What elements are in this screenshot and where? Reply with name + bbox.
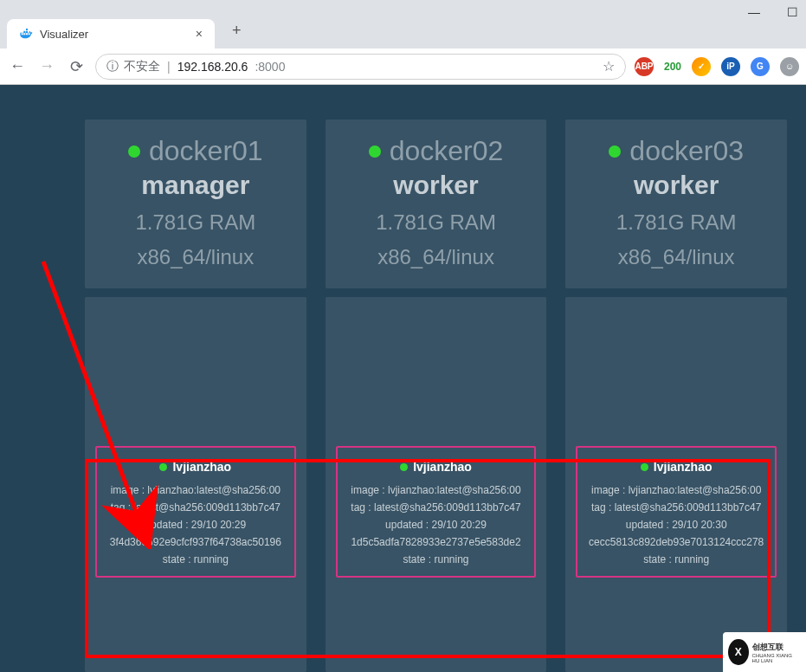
new-tab-button[interactable]: +: [225, 18, 248, 43]
task-area: lvjianzhao image : lvjianzhao:latest@sha…: [326, 297, 547, 672]
status-dot-icon: [128, 145, 140, 158]
task-tag: tag : latest@sha256:009d113bb7c47: [584, 501, 768, 514]
node-ram: 1.781G RAM: [569, 210, 783, 235]
node-role: worker: [329, 171, 544, 200]
visualizer-viewport: docker01 manager 1.781G RAM x86_64/linux…: [0, 85, 806, 672]
task-card[interactable]: lvjianzhao image : lvjianzhao:latest@sha…: [576, 446, 777, 578]
task-name-text: lvjianzhao: [654, 460, 713, 474]
node-column-docker03: docker03 worker 1.781G RAM x86_64/linux …: [565, 120, 787, 672]
task-name: lvjianzhao: [641, 460, 713, 474]
task-card[interactable]: lvjianzhao image : lvjianzhao:latest@sha…: [95, 446, 296, 578]
status-dot-icon: [609, 145, 621, 158]
ip-extension-icon[interactable]: iP: [721, 57, 740, 76]
node-column-docker02: docker02 worker 1.781G RAM x86_64/linux …: [326, 120, 547, 672]
extension-icons: ABP 200 ✓ iP G ☺: [635, 57, 799, 76]
task-state: state : running: [104, 553, 287, 565]
task-tag: tag : latest@sha256:009d113bb7c47: [345, 501, 528, 514]
node-name: docker01: [128, 135, 263, 167]
bookmark-star-icon[interactable]: ☆: [603, 58, 615, 74]
reload-button[interactable]: ⟳: [66, 57, 87, 76]
task-name-text: lvjianzhao: [172, 460, 231, 474]
node-role: worker: [569, 171, 783, 200]
task-area: lvjianzhao image : lvjianzhao:latest@sha…: [85, 297, 306, 672]
task-updated: updated : 29/10 20:29: [345, 519, 528, 531]
watermark-line2: CHUANG XIANG HU LIAN: [752, 653, 801, 663]
watermark-line1: 创想互联: [752, 642, 801, 653]
window-minimize-button[interactable]: —: [747, 5, 761, 19]
browser-titlebar: Visualizer × + — ☐: [0, 0, 806, 48]
node-arch: x86_64/linux: [329, 245, 544, 269]
task-status-dot-icon: [159, 463, 167, 471]
address-port: :8000: [255, 60, 285, 74]
task-id: 1d5c5adfa7828933e2737e5e583de2: [345, 536, 528, 548]
watermark-text: 创想互联 CHUANG XIANG HU LIAN: [752, 642, 801, 663]
node-header: docker01 manager 1.781G RAM x86_64/linux: [85, 120, 306, 288]
task-name: lvjianzhao: [400, 460, 472, 474]
node-name: docker03: [609, 135, 744, 167]
task-image: image : lvjianzhao:latest@sha256:00: [345, 484, 528, 496]
task-area: lvjianzhao image : lvjianzhao:latest@sha…: [565, 297, 787, 672]
node-column-docker01: docker01 manager 1.781G RAM x86_64/linux…: [85, 120, 306, 672]
watermark-logo-icon: X: [728, 639, 749, 665]
cluster-nodes: docker01 manager 1.781G RAM x86_64/linux…: [0, 120, 806, 672]
node-ram: 1.781G RAM: [88, 210, 303, 235]
task-status-dot-icon: [641, 463, 648, 471]
node-header: docker02 worker 1.781G RAM x86_64/linux: [326, 120, 547, 288]
address-separator: |: [167, 60, 171, 74]
docker-favicon-icon: [19, 27, 33, 41]
avast-extension-icon[interactable]: ✓: [692, 57, 711, 76]
window-controls: — ☐: [747, 5, 799, 19]
task-name-text: lvjianzhao: [413, 460, 472, 474]
window-maximize-button[interactable]: ☐: [785, 5, 799, 19]
node-role: manager: [88, 171, 303, 200]
task-id: cecc5813c892deb93e7013124ccc278: [584, 536, 768, 548]
address-bar[interactable]: ⓘ 不安全 | 192.168.20.6:8000 ☆: [95, 54, 626, 80]
browser-toolbar: ← → ⟳ ⓘ 不安全 | 192.168.20.6:8000 ☆ ABP 20…: [0, 48, 806, 85]
task-state: state : running: [584, 553, 768, 565]
node-ram: 1.781G RAM: [329, 210, 544, 235]
translate-extension-icon[interactable]: G: [751, 57, 770, 76]
task-status-dot-icon: [400, 463, 408, 471]
node-arch: x86_64/linux: [88, 245, 303, 269]
abp-extension-icon[interactable]: ABP: [635, 57, 654, 76]
insecure-label: 不安全: [124, 59, 160, 74]
profile-avatar-icon[interactable]: ☺: [780, 57, 799, 76]
node-name-text: docker03: [629, 135, 744, 167]
task-image: image : lvjianzhao:latest@sha256:00: [104, 484, 287, 496]
node-name-text: docker02: [390, 135, 504, 167]
task-id: 3f4d360592e9cfcf937f64738ac50196: [104, 536, 287, 548]
forward-button[interactable]: →: [36, 57, 57, 75]
node-name: docker02: [369, 135, 504, 167]
task-tag: tag : latest@sha256:009d113bb7c47: [104, 501, 287, 514]
browser-tab[interactable]: Visualizer ×: [7, 19, 215, 48]
address-host: 192.168.20.6: [177, 60, 248, 74]
node-name-text: docker01: [149, 135, 263, 167]
back-button[interactable]: ←: [7, 57, 28, 75]
task-name: lvjianzhao: [159, 460, 231, 474]
node-arch: x86_64/linux: [569, 245, 783, 269]
task-image: image : lvjianzhao:latest@sha256:00: [584, 484, 768, 496]
ext-200-icon[interactable]: 200: [664, 61, 681, 73]
task-updated: updated : 29/10 20:29: [104, 519, 287, 531]
node-header: docker03 worker 1.781G RAM x86_64/linux: [565, 120, 787, 288]
close-tab-icon[interactable]: ×: [196, 27, 203, 41]
task-card[interactable]: lvjianzhao image : lvjianzhao:latest@sha…: [336, 446, 537, 578]
task-state: state : running: [345, 553, 528, 565]
watermark: X 创想互联 CHUANG XIANG HU LIAN: [723, 632, 806, 672]
tab-title: Visualizer: [40, 28, 189, 41]
status-dot-icon: [369, 145, 381, 158]
site-info-icon[interactable]: ⓘ 不安全: [106, 59, 160, 74]
task-updated: updated : 29/10 20:30: [584, 519, 768, 531]
